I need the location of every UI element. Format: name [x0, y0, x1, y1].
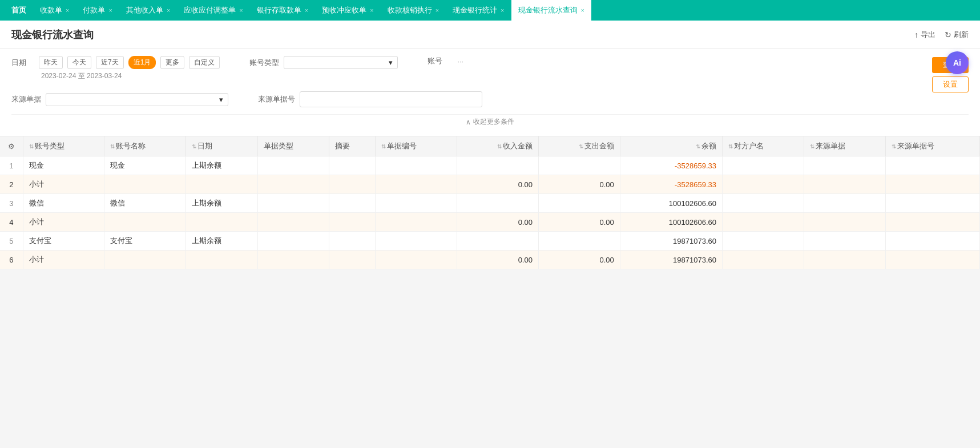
table-row: 4小计0.000.00100102606.60: [0, 213, 980, 232]
collapse-label: 收起更多条件: [473, 117, 514, 127]
col-source-doc[interactable]: ⇅来源单据: [804, 136, 885, 156]
ai-assistant-button[interactable]: Ai: [946, 51, 969, 74]
export-label: 导出: [921, 30, 935, 40]
source-doc-select[interactable]: ▾: [46, 93, 228, 106]
nav-cash-bank-stats-label: 现金银行统计: [453, 5, 497, 15]
date-btn-more[interactable]: 更多: [160, 56, 184, 69]
date-range-display: 2023-02-24 至 2023-03-24: [41, 72, 122, 80]
nav-other-income-close[interactable]: ×: [167, 7, 170, 14]
nav-cash-bank-stats-close[interactable]: ×: [501, 7, 504, 14]
col-income[interactable]: ⇅收入金额: [457, 136, 539, 156]
table-row: 3微信微信上期余额100102606.60: [0, 194, 980, 213]
col-doc-type[interactable]: 单据类型: [257, 136, 329, 156]
table-row: 1现金现金上期余额-3528659.33: [0, 156, 980, 175]
account-type-filter-label: 账号类型: [249, 58, 279, 68]
refresh-icon: ↻: [945, 30, 951, 39]
nav-bank-deposit-close[interactable]: ×: [305, 7, 308, 14]
table-row: 5支付宝支付宝上期余额19871073.60: [0, 232, 980, 251]
account-dots[interactable]: ···: [455, 57, 466, 66]
col-account-name[interactable]: ⇅账号名称: [104, 136, 186, 156]
source-doc-no-label: 来源单据号: [258, 94, 295, 104]
refresh-button[interactable]: ↻ 刷新: [945, 30, 969, 40]
account-type-chevron: ▾: [389, 58, 393, 67]
filter-area: 日期 昨天 今天 近7天 近1月 更多 自定义 2023-02-24 至 202…: [0, 49, 980, 136]
col-date[interactable]: ⇅日期: [186, 136, 258, 156]
settings-button[interactable]: 设置: [932, 76, 969, 92]
nav-cash-bank-flow-close[interactable]: ×: [581, 7, 584, 14]
col-source-doc-no[interactable]: ⇅来源单据号: [885, 136, 979, 156]
export-button[interactable]: ↑ 导出: [914, 30, 935, 40]
col-doc-no[interactable]: ⇅单据编号: [376, 136, 457, 156]
account-filter-label: 账号: [428, 56, 450, 66]
nav-receipt-close[interactable]: ×: [66, 7, 69, 14]
table-area: ⚙ ⇅账号类型 ⇅账号名称 ⇅日期 单据类型 摘要 ⇅单据编号 ⇅收入金额 ⇅支…: [0, 136, 980, 269]
nav-advance-collect-label: 预收冲应收单: [322, 5, 366, 15]
col-summary[interactable]: 摘要: [329, 136, 376, 156]
nav-payment-close[interactable]: ×: [108, 7, 112, 14]
col-counterparty[interactable]: ⇅对方户名: [723, 136, 804, 156]
page-header: 现金银行流水查询 ↑ 导出 ↻ 刷新: [0, 21, 980, 49]
table-row: 6小计0.000.0019871073.60: [0, 251, 980, 269]
date-filter-label: 日期: [11, 58, 34, 68]
date-btn-yesterday[interactable]: 昨天: [39, 56, 63, 69]
nav-advance-collect-close[interactable]: ×: [370, 7, 373, 14]
nav-item-payment[interactable]: 付款单 ×: [76, 0, 119, 21]
header-actions: ↑ 导出 ↻ 刷新: [914, 30, 969, 40]
nav-receipt-label: 收款单: [40, 5, 62, 15]
nav-item-other-income[interactable]: 其他收入单 ×: [119, 0, 177, 21]
source-doc-no-input[interactable]: [300, 91, 482, 107]
table-header-row: ⚙ ⇅账号类型 ⇅账号名称 ⇅日期 单据类型 摘要 ⇅单据编号 ⇅收入金额 ⇅支…: [0, 136, 980, 156]
data-table: ⚙ ⇅账号类型 ⇅账号名称 ⇅日期 单据类型 摘要 ⇅单据编号 ⇅收入金额 ⇅支…: [0, 136, 980, 269]
collapse-icon: ∧: [466, 118, 471, 126]
col-balance[interactable]: ⇅余额: [620, 136, 722, 156]
col-expense[interactable]: ⇅支出金额: [538, 136, 620, 156]
nav-cash-bank-flow-label: 现金银行流水查询: [518, 5, 578, 15]
ai-label: Ai: [953, 58, 961, 67]
account-type-select[interactable]: ▾: [284, 56, 398, 69]
col-settings[interactable]: ⚙: [0, 136, 23, 156]
top-nav: 首页 收款单 × 付款单 × 其他收入单 × 应收应付调整单 × 银行存取款单 …: [0, 0, 980, 21]
nav-item-bank-deposit[interactable]: 银行存取款单 ×: [250, 0, 315, 21]
source-doc-chevron: ▾: [219, 95, 223, 104]
refresh-label: 刷新: [954, 30, 969, 40]
nav-ar-ap-label: 应收应付调整单: [184, 5, 236, 15]
nav-receipt-write-off-label: 收款核销执行: [388, 5, 432, 15]
date-options: 昨天 今天 近7天 近1月 更多 自定义: [39, 56, 220, 69]
nav-other-income-label: 其他收入单: [126, 5, 163, 15]
source-doc-label: 来源单据: [11, 94, 41, 104]
nav-item-home[interactable]: 首页: [5, 0, 33, 21]
nav-receipt-write-off-close[interactable]: ×: [435, 7, 439, 14]
collapse-conditions-bar[interactable]: ∧ 收起更多条件: [11, 114, 969, 129]
nav-item-receipt-write-off[interactable]: 收款核销执行 ×: [381, 0, 446, 21]
col-account-type[interactable]: ⇅账号类型: [23, 136, 104, 156]
date-btn-7days[interactable]: 近7天: [96, 56, 124, 69]
nav-item-advance-collect[interactable]: 预收冲应收单 ×: [315, 0, 380, 21]
nav-item-cash-bank-stats[interactable]: 现金银行统计 ×: [446, 0, 511, 21]
table-row: 2小计0.000.00-3528659.33: [0, 175, 980, 194]
nav-item-cash-bank-flow[interactable]: 现金银行流水查询 ×: [511, 0, 591, 21]
export-icon: ↑: [914, 30, 918, 39]
nav-payment-label: 付款单: [83, 5, 105, 15]
nav-item-ar-ap[interactable]: 应收应付调整单 ×: [177, 0, 249, 21]
nav-home-label: 首页: [11, 5, 26, 15]
page-title: 现金银行流水查询: [11, 28, 94, 42]
date-btn-today[interactable]: 今天: [67, 56, 91, 69]
date-btn-custom[interactable]: 自定义: [189, 56, 220, 69]
nav-bank-deposit-label: 银行存取款单: [257, 5, 301, 15]
date-btn-1month[interactable]: 近1月: [128, 56, 156, 69]
nav-ar-ap-close[interactable]: ×: [239, 7, 243, 14]
nav-item-receipt[interactable]: 收款单 ×: [33, 0, 76, 21]
